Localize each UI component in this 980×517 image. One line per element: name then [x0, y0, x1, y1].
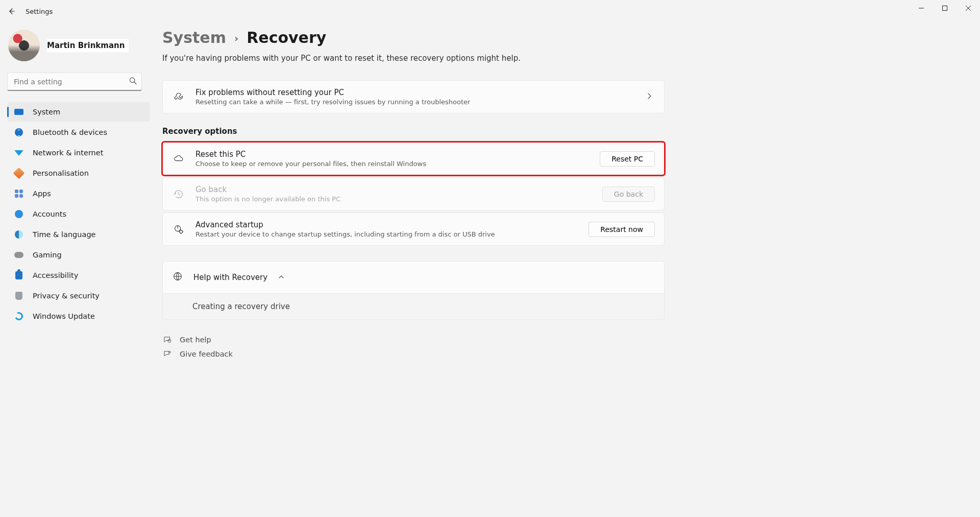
go-back-button: Go back: [602, 186, 655, 202]
maximize-button[interactable]: [933, 0, 957, 16]
chevron-up-icon[interactable]: [278, 273, 285, 283]
recovery-options-label: Recovery options: [162, 127, 949, 136]
card-advanced-startup: Advanced startup Restart your device to …: [162, 213, 665, 246]
minimize-button[interactable]: [910, 0, 933, 16]
card-fix-problems[interactable]: Fix problems without resetting your PC R…: [162, 80, 665, 113]
svg-line-3: [134, 82, 136, 84]
minimize-icon: [918, 5, 924, 11]
sidebar: Martin Brinkmann System Bluetooth & devi…: [7, 27, 150, 326]
wrench-icon: [172, 91, 185, 103]
card-title: Fix problems without resetting your PC: [195, 88, 635, 97]
give-feedback-link[interactable]: Give feedback: [162, 349, 949, 359]
card-desc: Restart your device to change startup se…: [195, 230, 578, 238]
sidebar-item-network[interactable]: Network & internet: [7, 143, 150, 162]
help-chat-icon: [162, 335, 173, 344]
sidebar-item-bluetooth[interactable]: Bluetooth & devices: [7, 123, 150, 142]
close-icon: [965, 5, 971, 11]
sidebar-item-accessibility[interactable]: Accessibility: [7, 266, 150, 285]
card-title: Help with Recovery: [193, 273, 267, 282]
wifi-icon: [14, 148, 23, 157]
chevron-right-icon: [646, 92, 655, 102]
card-title: Advanced startup: [195, 220, 578, 229]
card-help-with-recovery[interactable]: Help with Recovery: [162, 261, 665, 294]
breadcrumb: System › Recovery: [162, 29, 949, 46]
sidebar-item-label: System: [33, 108, 60, 116]
sidebar-item-label: Network & internet: [33, 149, 103, 157]
search-input[interactable]: [7, 73, 142, 91]
get-help-label: Get help: [180, 336, 211, 344]
reset-pc-button[interactable]: Reset PC: [600, 151, 655, 167]
page-subtitle: If you're having problems with your PC o…: [162, 54, 949, 63]
history-icon: [172, 189, 185, 200]
update-icon: [14, 312, 23, 321]
arrow-left-icon: [7, 7, 15, 15]
feedback-icon: [162, 349, 173, 359]
sidebar-item-accounts[interactable]: Accounts: [7, 204, 150, 224]
gamepad-icon: [14, 250, 23, 260]
sidebar-item-label: Accessibility: [33, 271, 78, 279]
globe-clock-icon: [14, 230, 23, 239]
sidebar-item-label: Time & language: [33, 230, 96, 239]
profile-block[interactable]: Martin Brinkmann: [7, 27, 150, 70]
card-title: Go back: [195, 185, 592, 194]
sidebar-item-windows-update[interactable]: Windows Update: [7, 307, 150, 326]
sidebar-nav: System Bluetooth & devices Network & int…: [7, 102, 150, 326]
paintbrush-icon: [14, 169, 23, 178]
card-title: Reset this PC: [195, 150, 590, 159]
apps-icon: [14, 189, 23, 198]
person-icon: [14, 209, 23, 219]
search-icon: [129, 77, 137, 87]
title-bar: Settings: [0, 0, 980, 22]
give-feedback-label: Give feedback: [180, 350, 233, 358]
svg-point-2: [130, 78, 135, 82]
page-title: Recovery: [247, 29, 326, 46]
card-go-back: Go back This option is no longer availab…: [162, 177, 665, 210]
search-box[interactable]: [7, 73, 142, 91]
bluetooth-icon: [14, 128, 23, 137]
cloud-reset-icon: [172, 153, 185, 165]
sidebar-item-label: Gaming: [33, 251, 62, 259]
sidebar-item-gaming[interactable]: Gaming: [7, 245, 150, 265]
window-title: Settings: [26, 8, 53, 15]
sidebar-item-label: Apps: [33, 190, 51, 198]
sidebar-item-apps[interactable]: Apps: [7, 184, 150, 203]
window-controls: [910, 0, 980, 16]
maximize-icon: [942, 5, 948, 11]
sidebar-item-personalisation[interactable]: Personalisation: [7, 163, 150, 183]
breadcrumb-parent[interactable]: System: [162, 29, 226, 46]
sidebar-item-system[interactable]: System: [7, 102, 150, 122]
sidebar-item-label: Windows Update: [33, 312, 95, 320]
sidebar-item-label: Personalisation: [33, 169, 89, 177]
back-button[interactable]: [0, 0, 22, 22]
sidebar-item-label: Bluetooth & devices: [33, 128, 107, 136]
accessibility-icon: [14, 271, 23, 280]
globe-help-icon: [172, 271, 183, 284]
svg-rect-1: [943, 6, 947, 11]
help-link-recovery-drive[interactable]: Creating a recovery drive: [162, 294, 665, 320]
restart-now-button[interactable]: Restart now: [589, 222, 655, 237]
card-desc: This option is no longer available on th…: [195, 195, 592, 203]
close-button[interactable]: [957, 0, 980, 16]
svg-point-7: [168, 339, 171, 342]
get-help-link[interactable]: Get help: [162, 335, 949, 344]
sidebar-item-label: Accounts: [33, 210, 66, 218]
chevron-right-icon: ›: [234, 32, 238, 44]
sidebar-item-privacy[interactable]: Privacy & security: [7, 286, 150, 306]
footer-links: Get help Give feedback: [162, 335, 949, 359]
shield-icon: [14, 291, 23, 300]
main-content: System › Recovery If you're having probl…: [162, 29, 949, 359]
power-gear-icon: [172, 224, 185, 235]
card-desc: Choose to keep or remove your personal f…: [195, 160, 590, 168]
profile-name: Martin Brinkmann: [47, 39, 129, 52]
avatar: [8, 30, 40, 61]
system-icon: [14, 107, 23, 116]
svg-point-5: [180, 230, 183, 233]
card-desc: Resetting can take a while — first, try …: [195, 98, 635, 106]
sidebar-item-time-language[interactable]: Time & language: [7, 225, 150, 244]
card-reset-this-pc: Reset this PC Choose to keep or remove y…: [162, 142, 665, 175]
sidebar-item-label: Privacy & security: [33, 292, 100, 300]
